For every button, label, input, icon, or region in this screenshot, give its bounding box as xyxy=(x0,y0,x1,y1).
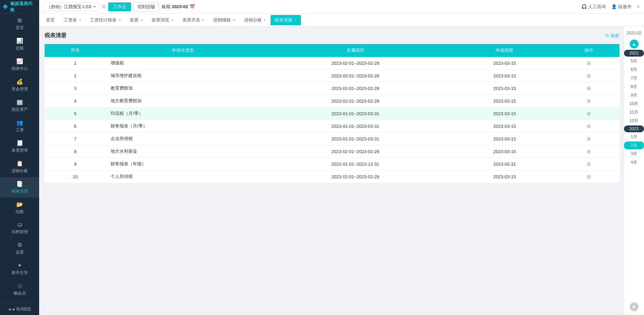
copy-icon[interactable]: ⧉ xyxy=(102,4,106,10)
sidebar-item-assets[interactable]: 🏢 固定资产 xyxy=(0,95,39,116)
tab-purchase-review[interactable]: 进销稽核× xyxy=(209,15,239,25)
action-icon[interactable]: ⊞ xyxy=(587,111,591,116)
cell-type: 财务报表（年报） xyxy=(106,158,260,170)
timeline-year-2022[interactable]: 2022 xyxy=(624,50,644,57)
cell-no: 5 xyxy=(45,107,106,120)
tab-label-payroll: 工资表 xyxy=(64,17,77,23)
timeline-month-2022-8月[interactable]: 8月 xyxy=(624,83,644,91)
action-icon[interactable]: ⊞ xyxy=(587,136,591,141)
action-icon[interactable]: ⊞ xyxy=(587,174,591,179)
timeline-month-2022-9月[interactable]: 9月 xyxy=(624,91,644,99)
timeline-month-2022-7月[interactable]: 7月 xyxy=(624,74,644,82)
sidebar-item-settings[interactable]: ⚙ 设置 xyxy=(0,238,39,259)
cell-deadline: 2023-03-15 xyxy=(451,82,558,95)
tab-tax-list[interactable]: 税表清册× xyxy=(271,15,301,25)
action-icon[interactable]: ⊞ xyxy=(587,161,591,167)
cell-deadline: 2023-03-15 xyxy=(451,120,558,133)
sidebar-label-tax: 税务管理 xyxy=(12,189,28,194)
table-row: 3 教育费附加 2023-02-01~2023-02-28 2023-03-15… xyxy=(45,82,619,95)
cell-action[interactable]: ⊞ xyxy=(558,170,619,183)
tab-close-invoice-open[interactable]: × xyxy=(202,18,204,22)
tab-home[interactable]: 首页 xyxy=(42,15,59,25)
action-icon[interactable]: ⊞ xyxy=(587,98,591,104)
col-header-申报期限: 申报期限 xyxy=(451,44,558,57)
cell-type: 印花税（月/季） xyxy=(106,107,260,120)
timeline-month-2022-10月[interactable]: 10月 xyxy=(624,100,644,108)
action-icon[interactable]: ⊞ xyxy=(587,149,591,154)
tab-close-purchase-ledger[interactable]: × xyxy=(264,18,266,22)
sidebar-item-ledger[interactable]: 📊 总账 xyxy=(0,34,39,55)
tab-close-payroll-stats[interactable]: × xyxy=(118,18,120,22)
switch-old-button[interactable]: 切到旧版 xyxy=(134,2,159,12)
cell-action[interactable]: ⊞ xyxy=(558,158,619,170)
tab-payroll-stats[interactable]: 工资统计报表× xyxy=(86,15,125,25)
action-icon[interactable]: ⊞ xyxy=(587,60,591,66)
calendar-icon[interactable]: 📅 xyxy=(190,4,195,9)
scroll-up-button[interactable]: ▲ xyxy=(630,40,639,48)
timeline-month-2023-3月[interactable]: 3月 xyxy=(624,150,644,158)
sidebar-item-purchase[interactable]: 📋 进销台账 xyxy=(0,157,39,177)
cell-period: 2023-02-01~2023-02-28 xyxy=(260,70,451,82)
timeline-month-2023-1月[interactable]: 1月 xyxy=(624,133,644,141)
app-logo: 🔷 畅捷通易代账 xyxy=(0,0,39,14)
tab-close-invoice[interactable]: × xyxy=(141,18,143,22)
cell-action[interactable]: ⊞ xyxy=(558,82,619,95)
sidebar-item-settle[interactable]: 📂 结账 xyxy=(0,198,39,218)
cell-type: 地方水利基金 xyxy=(106,145,260,158)
timeline-month-2022-11月[interactable]: 11月 xyxy=(624,108,644,116)
sidebar-item-payroll[interactable]: 👥 工资 xyxy=(0,116,39,136)
fund-icon: 💰 xyxy=(16,78,23,85)
cell-period: 2023-02-01~2023-02-28 xyxy=(260,57,451,70)
tab-close-tax-list[interactable]: × xyxy=(294,18,296,22)
timeline-year-2023[interactable]: 2023 xyxy=(624,125,644,132)
tab-invoice[interactable]: 发票× xyxy=(126,15,147,25)
refresh-button[interactable]: ↻ 刷新 xyxy=(606,33,619,39)
cell-action[interactable]: ⊞ xyxy=(558,57,619,70)
sidebar-item-archive[interactable]: 🗂 归档管理 xyxy=(0,218,39,238)
cell-no: 8 xyxy=(45,145,106,158)
sidebar-item-guide[interactable]: ✦ 新手引导 xyxy=(0,259,39,279)
sidebar-label-settings: 设置 xyxy=(16,250,24,255)
report-icon: 📈 xyxy=(16,58,23,64)
cell-deadline: 2023-03-15 xyxy=(451,145,558,158)
company-selector[interactable]: （勿动）江西报宝-LSS ▼ xyxy=(43,2,99,11)
tab-close-invoice-browse[interactable]: × xyxy=(171,18,173,22)
unpin-button[interactable]: ◄◄ 取消固定 xyxy=(0,303,39,315)
close-button[interactable]: × xyxy=(637,4,640,10)
sidebar-item-tax[interactable]: 📑 税务管理 xyxy=(0,177,39,198)
cell-action[interactable]: ⊞ xyxy=(558,107,619,120)
cell-action[interactable]: ⊞ xyxy=(558,145,619,158)
tab-label-payroll-stats: 工资统计报表 xyxy=(90,17,116,23)
action-icon[interactable]: ⊞ xyxy=(587,73,591,78)
cell-type: 财务报表（月/季） xyxy=(106,120,260,133)
cell-action[interactable]: ⊞ xyxy=(558,70,619,82)
tab-label-home: 首页 xyxy=(46,17,55,23)
tab-close-payroll[interactable]: × xyxy=(79,18,81,22)
sidebar-item-report[interactable]: 📈 报表中心 xyxy=(0,55,39,75)
scroll-down-button[interactable]: ▼ xyxy=(630,302,639,311)
tab-close-purchase-review[interactable]: × xyxy=(233,18,235,22)
work-station-button[interactable]: 工作台 xyxy=(108,2,131,11)
tab-invoice-open[interactable]: 发票开具× xyxy=(178,15,208,25)
cell-action[interactable]: ⊞ xyxy=(558,95,619,107)
timeline-month-2022-12月[interactable]: 12月 xyxy=(624,117,644,125)
sidebar-item-home[interactable]: ⊞ 首页 xyxy=(0,14,39,34)
action-icon[interactable]: ⊞ xyxy=(587,86,591,91)
tab-payroll[interactable]: 工资表× xyxy=(60,15,85,25)
tab-purchase-ledger[interactable]: 进销台账× xyxy=(240,15,270,25)
timeline-month-2022-6月[interactable]: 6月 xyxy=(624,66,644,74)
action-icon[interactable]: ⊞ xyxy=(587,123,591,129)
table-row: 10 个人所得税 2023-02-01~2023-02-28 2023-03-1… xyxy=(45,170,619,183)
cell-action[interactable]: ⊞ xyxy=(558,120,619,133)
sidebar-item-member[interactable]: ◇ 畅会员 xyxy=(0,279,39,300)
ai-consult-button[interactable]: 🎧 人工咨询 xyxy=(581,4,606,10)
timeline-month-2023-2月[interactable]: 2月 xyxy=(624,141,644,149)
timeline-month-2023-4月[interactable]: 4月 xyxy=(624,159,644,166)
timeline-month-2022-5月[interactable]: 5月 xyxy=(624,57,644,65)
sidebar-label-assets: 固定资产 xyxy=(12,107,28,112)
sidebar-item-fund[interactable]: 💰 资金管理 xyxy=(0,75,39,95)
user-menu[interactable]: 👤 徐逢华 xyxy=(611,4,631,10)
sidebar-item-invoice[interactable]: 🧾 发票管理 xyxy=(0,136,39,157)
tab-invoice-browse[interactable]: 发票浏览× xyxy=(147,15,177,25)
cell-action[interactable]: ⊞ xyxy=(558,133,619,145)
